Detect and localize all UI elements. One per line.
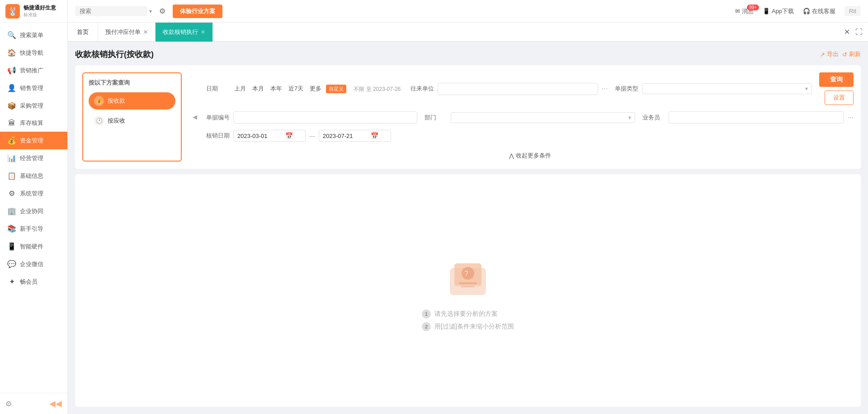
sidebar: 🐰 畅捷通好生意 标准版 🔍搜索菜单🏠快捷导航📢营销推广👤销售管理📦采购管理🏛库…: [0, 0, 68, 414]
writeoff-end-date-input[interactable]: 📅: [319, 130, 391, 142]
tab-prepay-label: 预付冲应付单: [105, 28, 141, 36]
staff-label: 业务员: [642, 114, 665, 122]
staff-input[interactable]: [669, 111, 844, 124]
receivable-icon: 🕐: [94, 116, 104, 126]
sidebar-item-finance[interactable]: 💰资金管理: [0, 132, 67, 149]
finance-icon: 💰: [7, 136, 16, 145]
gear-icon[interactable]: ⚙: [159, 7, 165, 15]
page-title: 收款核销执行(按收款): [75, 49, 154, 60]
logo-subtitle: 标准版: [24, 12, 56, 18]
close-window-icon[interactable]: ✕: [844, 28, 850, 36]
sidebar-item-marketing[interactable]: 📢营销推广: [0, 62, 67, 79]
tab-prepay-close-icon[interactable]: ✕: [143, 29, 148, 35]
calendar-end-icon[interactable]: 📅: [371, 132, 378, 139]
svg-rect-5: [461, 286, 475, 287]
tab-receipt-writeoff-close-icon[interactable]: ✕: [201, 29, 205, 35]
calendar-start-icon[interactable]: 📅: [285, 132, 293, 139]
sidebar-item-label: 企业微信: [20, 260, 43, 268]
sidebar-item-sales[interactable]: 👤销售管理: [0, 79, 67, 97]
sidebar-item-label: 库存核算: [20, 119, 43, 127]
doctype-dropdown-icon: ▾: [805, 86, 808, 92]
message-icon: ✉: [735, 8, 740, 14]
filter-option-receipt-label: 按收款: [108, 97, 125, 105]
filter-option-receivable-label: 按应收: [108, 117, 125, 125]
sidebar-item-wechat[interactable]: 💬企业微信: [0, 255, 67, 273]
tab-home[interactable]: 首页: [68, 23, 98, 42]
sidebar-item-member[interactable]: ✦畅会员: [0, 273, 67, 290]
sidebar-item-hardware[interactable]: 📱智能硬件: [0, 238, 67, 255]
sidebar-item-purchase[interactable]: 📦采购管理: [0, 97, 67, 114]
tip-text-1: 请先选择要分析的方案: [434, 310, 498, 318]
app-icon: 📱: [763, 8, 770, 14]
search-input[interactable]: [75, 6, 147, 16]
sidebar-item-collab[interactable]: 🏢企业协同: [0, 202, 67, 220]
date-more[interactable]: 更多: [308, 84, 323, 94]
tab-prepay[interactable]: 预付冲应付单 ✕: [98, 23, 156, 42]
date-last-month[interactable]: 上月: [232, 84, 248, 94]
sidebar-item-business[interactable]: 📊经营管理: [0, 149, 67, 167]
doctype-select[interactable]: ▾: [642, 83, 812, 94]
sidebar-item-label: 销售管理: [20, 84, 43, 92]
sidebar-item-label: 搜索菜单: [20, 31, 43, 39]
sidebar-item-label: 快捷导航: [20, 49, 43, 57]
tabs-controls: ✕ ⛶: [839, 28, 868, 36]
purchase-icon: 📦: [7, 101, 16, 110]
writeoff-end-input[interactable]: [323, 133, 368, 139]
date-this-month[interactable]: 本月: [250, 84, 266, 94]
tab-receipt-writeoff[interactable]: 收款核销执行 ✕: [156, 23, 213, 42]
receipt-icon: 💰: [94, 96, 104, 106]
filter-right: 日期 上月 本月 本年 近7天 更多 自定义 不限 至 2023-07-26: [206, 72, 854, 162]
sidebar-item-quicknav[interactable]: 🏠快捷导航: [0, 44, 67, 62]
content-area: 收款核销执行(按收款) ↗ 导出 ↺ 刷新 按以下方案查询: [68, 42, 868, 414]
solution-button[interactable]: 体验行业方案: [173, 5, 222, 18]
refresh-button[interactable]: ↺ 刷新: [842, 50, 861, 58]
sidebar-logo: 🐰 畅捷通好生意 标准版: [0, 0, 67, 23]
filter-collapse-left[interactable]: ◀: [189, 72, 201, 162]
filter-option-by-receivable[interactable]: 🕐 按应收: [89, 112, 175, 129]
docno-input[interactable]: [233, 111, 417, 124]
counterparty-dots-icon[interactable]: ···: [602, 85, 608, 93]
tab-home-label: 首页: [77, 28, 89, 36]
writeoff-start-date-input[interactable]: 📅: [233, 130, 306, 142]
inventory-icon: 🏛: [7, 119, 16, 127]
sidebar-item-search[interactable]: 🔍搜索菜单: [0, 26, 67, 44]
sidebar-item-guide[interactable]: 📚新手引导: [0, 220, 67, 238]
filter-row-3: 核销日期 📅 — 📅: [206, 130, 854, 142]
writeoff-start-input[interactable]: [237, 133, 283, 139]
user-info[interactable]: Rit: [844, 6, 861, 16]
logo-title: 畅捷通好生意: [24, 5, 56, 12]
staff-dots-icon[interactable]: ···: [848, 114, 854, 122]
collapse-more-button[interactable]: ⋀ 收起更多条件: [504, 150, 557, 162]
filter-option-by-receipt[interactable]: 💰 按收款: [89, 92, 175, 109]
date-custom[interactable]: 自定义: [326, 85, 346, 93]
export-button[interactable]: ↗ 导出: [820, 50, 839, 58]
main-area: ▾ ⚙ 体验行业方案 ✉ 消息 99+ 📱 App下载 🎧 在线客服 Rit 首…: [68, 0, 868, 414]
sidebar-collapse-icon[interactable]: ◀◀: [49, 399, 62, 409]
query-button[interactable]: 查询: [819, 72, 854, 87]
sidebar-item-base[interactable]: 📋基础信息: [0, 167, 67, 185]
sidebar-item-label: 企业协同: [20, 207, 43, 215]
date-unlimit: 不限 至 2023-07-26: [354, 86, 401, 93]
date-7days[interactable]: 近7天: [287, 84, 305, 94]
counterparty-input[interactable]: [438, 83, 598, 95]
sidebar-item-system[interactable]: ⚙系统管理: [0, 185, 67, 202]
date-this-year[interactable]: 本年: [269, 84, 284, 94]
dept-select[interactable]: ▾: [451, 112, 636, 123]
wechat-icon: 💬: [7, 260, 16, 268]
chevron-down-icon[interactable]: ▾: [149, 8, 152, 14]
sidebar-item-label: 营销推广: [20, 67, 43, 75]
settings-icon[interactable]: ⚙: [5, 400, 12, 408]
sidebar-nav: 🔍搜索菜单🏠快捷导航📢营销推广👤销售管理📦采购管理🏛库存核算💰资金管理📊经营管理…: [0, 23, 67, 393]
sidebar-item-inventory[interactable]: 🏛库存核算: [0, 114, 67, 132]
topbar: ▾ ⚙ 体验行业方案 ✉ 消息 99+ 📱 App下载 🎧 在线客服 Rit: [68, 0, 868, 23]
message-button[interactable]: ✉ 消息 99+: [735, 7, 754, 15]
business-icon: 📊: [7, 154, 16, 162]
guide-icon: 📚: [7, 224, 16, 233]
maximize-icon[interactable]: ⛶: [855, 28, 863, 36]
app-download-button[interactable]: 📱 App下载: [763, 7, 794, 15]
online-service-button[interactable]: 🎧 在线客服: [803, 7, 835, 15]
sidebar-item-label: 新手引导: [20, 225, 43, 233]
sidebar-item-label: 智能硬件: [20, 243, 43, 251]
filter-left-title: 按以下方案查询: [89, 79, 175, 87]
setting-button[interactable]: 设置: [825, 90, 854, 105]
